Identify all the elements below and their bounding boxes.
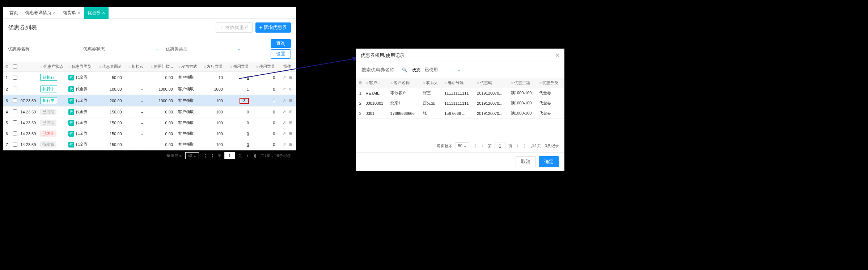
row-checkbox[interactable] bbox=[13, 87, 17, 91]
col-phone[interactable]: ⇅电话号码 bbox=[443, 78, 475, 88]
col-contact[interactable]: ⇅联系人 bbox=[422, 78, 443, 88]
modal-status-select[interactable]: 已使用 ⌄ bbox=[425, 66, 461, 74]
col-dist[interactable]: ⇅发放方式 bbox=[177, 62, 200, 72]
col-type[interactable]: ⇅优惠券类 bbox=[538, 78, 564, 88]
qrcode-icon[interactable]: ⊞ bbox=[288, 109, 293, 115]
voucher-icon: 代 bbox=[68, 86, 74, 92]
tab[interactable]: 优惠券✕ bbox=[84, 7, 109, 19]
coupon-name-input[interactable] bbox=[33, 45, 76, 53]
coupon-list-panel: 首页优惠券详情页✕销货单✕优惠券✕ 优惠券列表 ⇪ 发放优惠券 + 新增优惠券 … bbox=[3, 7, 296, 150]
col-threshold[interactable]: ⇅使用门槛... bbox=[147, 62, 177, 72]
first-page-button[interactable]: |⟨ bbox=[472, 144, 478, 148]
table-row[interactable]: 714 23:59待发布代代金券150.00--0.00客户领取10000↗⊞ bbox=[3, 139, 296, 149]
modal-table-wrap[interactable]: ⚙ ⇅客户... ⇅客户名称 ⇅联系人 ⇅电话号码 ⇅优惠码 ⇅优惠主题 ⇅优惠… bbox=[356, 78, 564, 139]
table-row[interactable]: 200010001北京1唐先生111111111112019120070...满… bbox=[356, 98, 564, 108]
share-icon[interactable]: ↗ bbox=[281, 98, 287, 103]
share-icon[interactable]: ↗ bbox=[281, 142, 287, 147]
col-discount[interactable]: ⇅折扣% bbox=[126, 62, 147, 72]
tab[interactable]: 首页 bbox=[6, 7, 22, 19]
next-page-button[interactable]: ⟩ bbox=[245, 153, 249, 158]
sort-icon: ⇅ bbox=[99, 65, 101, 68]
close-icon[interactable]: ✕ bbox=[53, 11, 56, 15]
table-row[interactable]: 514 23:59已过期代代金券150.00--0.00客户领取10000↗⊞ bbox=[3, 117, 296, 128]
settings-button[interactable]: 设置 bbox=[271, 49, 291, 59]
col-use[interactable]: ⇅使用数量 bbox=[253, 62, 279, 72]
cancel-button[interactable]: 取消 bbox=[516, 156, 536, 167]
share-icon[interactable]: ↗ bbox=[281, 109, 287, 115]
tab-label: 销货单 bbox=[63, 10, 76, 16]
query-button[interactable]: 查询 bbox=[271, 39, 291, 48]
share-icon[interactable]: ↗ bbox=[281, 131, 287, 136]
table-row[interactable]: 307 23:59执行中代代金券200.00--1000.00客户领取10031… bbox=[3, 95, 296, 107]
close-icon[interactable]: ✕ bbox=[102, 11, 105, 15]
table-row[interactable]: 2执行中代代金券100.00--1000.00客户领取100010↗⊞ bbox=[3, 83, 296, 95]
page-input[interactable] bbox=[495, 142, 505, 149]
confirm-button[interactable]: 确定 bbox=[539, 156, 559, 167]
row-checkbox[interactable] bbox=[13, 131, 17, 136]
issue-coupon-button[interactable]: ⇪ 发放优惠券 bbox=[216, 22, 253, 33]
prev-page-button[interactable]: ⟨ bbox=[480, 144, 485, 148]
qrcode-icon[interactable]: ⊞ bbox=[288, 120, 293, 125]
claim-link[interactable]: 0 bbox=[247, 142, 249, 147]
close-icon[interactable]: ✕ bbox=[555, 52, 560, 59]
add-coupon-button[interactable]: + 新增优惠券 bbox=[255, 22, 291, 33]
last-page-button[interactable]: ⟩| bbox=[522, 144, 528, 148]
col-status[interactable]: ⇅优惠券状态 bbox=[39, 62, 67, 72]
table-row[interactable]: 414 23:59已过期代代金券150.00--0.00客户领取10000↗⊞ bbox=[3, 107, 296, 117]
close-icon[interactable]: ✕ bbox=[77, 11, 80, 15]
col-cust-name[interactable]: ⇅客户名称 bbox=[389, 78, 422, 88]
qrcode-icon[interactable]: ⊞ bbox=[288, 131, 293, 136]
select-all-checkbox[interactable] bbox=[13, 64, 17, 69]
first-page-button[interactable]: |⟨ bbox=[202, 153, 207, 158]
coupon-status-select[interactable]: ⌄ bbox=[108, 45, 158, 53]
per-page-select[interactable]: 50 ⌄ bbox=[185, 152, 199, 159]
qrcode-icon[interactable]: ⊞ bbox=[288, 142, 293, 147]
col-cust-no[interactable]: ⇅客户... bbox=[364, 78, 389, 88]
per-page-select[interactable]: 50 ⌄ bbox=[456, 142, 469, 149]
coupon-table-wrap[interactable]: ⚙ ⇅优惠券状态 ⇅优惠券类型 ⇅优惠券面值 ⇅折扣% ⇅使用门槛... ⇅发放… bbox=[3, 62, 296, 149]
search-icon[interactable]: 🔍 bbox=[402, 67, 407, 72]
next-page-button[interactable]: ⟩ bbox=[515, 144, 520, 148]
claim-link[interactable]: 0 bbox=[247, 132, 249, 136]
table-row[interactable]: 3000117666666666张156 6666 ...2019120070.… bbox=[356, 108, 564, 119]
col-subject[interactable]: ⇅优惠主题 bbox=[509, 78, 538, 88]
share-icon[interactable]: ↗ bbox=[281, 75, 287, 80]
tab[interactable]: 优惠券详情页✕ bbox=[22, 7, 59, 19]
cell-time bbox=[19, 83, 39, 95]
claim-link[interactable]: 0 bbox=[247, 121, 249, 125]
cell-status: 已过期 bbox=[39, 117, 67, 128]
row-checkbox[interactable] bbox=[13, 142, 17, 147]
coupon-type-select[interactable]: ⌄ bbox=[190, 45, 241, 53]
share-icon[interactable]: ↗ bbox=[281, 87, 287, 92]
col-issue[interactable]: ⇅发行数量 bbox=[200, 62, 226, 72]
claim-link[interactable]: 3 bbox=[240, 98, 249, 104]
col-face[interactable]: ⇅优惠券面值 bbox=[95, 62, 126, 72]
claim-link[interactable]: 0 bbox=[247, 110, 249, 114]
prev-page-button[interactable]: ⟨ bbox=[210, 153, 215, 158]
col-type[interactable]: ⇅优惠券类型 bbox=[67, 62, 95, 72]
col-claim[interactable]: ⇅领用数量 bbox=[226, 62, 253, 72]
tab[interactable]: 销货单✕ bbox=[59, 7, 84, 19]
col-checkbox[interactable] bbox=[11, 62, 19, 72]
qrcode-icon[interactable]: ⊞ bbox=[288, 98, 293, 103]
col-gear[interactable]: ⚙ bbox=[3, 62, 11, 72]
claim-link[interactable]: 1 bbox=[247, 87, 249, 91]
table-row[interactable]: 614 23:59已终止代代金券150.00--0.00客户领取10000↗⊞ bbox=[3, 128, 296, 139]
row-checkbox[interactable] bbox=[13, 120, 17, 125]
qrcode-icon[interactable]: ⊞ bbox=[288, 87, 293, 92]
col-gear[interactable]: ⚙ bbox=[356, 78, 364, 88]
claim-link[interactable]: 0 bbox=[247, 75, 249, 80]
cell-cust-name: 北京1 bbox=[389, 98, 422, 108]
table-row[interactable]: 1待执行代代金券50.00--0.00客户领取1000↗⊞ bbox=[3, 72, 296, 83]
modal-search-input[interactable] bbox=[361, 66, 405, 74]
page-input[interactable] bbox=[224, 152, 235, 159]
row-checkbox[interactable] bbox=[13, 109, 17, 114]
last-page-button[interactable]: ⟩| bbox=[252, 153, 258, 158]
share-icon[interactable]: ↗ bbox=[281, 120, 287, 125]
col-code[interactable]: ⇅优惠码 bbox=[475, 78, 509, 88]
table-row[interactable]: 1RETAIL...零散客户张三111111111112019120070...… bbox=[356, 88, 564, 98]
row-checkbox[interactable] bbox=[13, 75, 17, 80]
row-checkbox[interactable] bbox=[13, 98, 17, 103]
modal-pager: 每页显示 50 ⌄ |⟨ ⟨ 第 页 ⟩ ⟩| 共1页，3条记录 bbox=[356, 139, 564, 152]
qrcode-icon[interactable]: ⊞ bbox=[288, 75, 293, 80]
